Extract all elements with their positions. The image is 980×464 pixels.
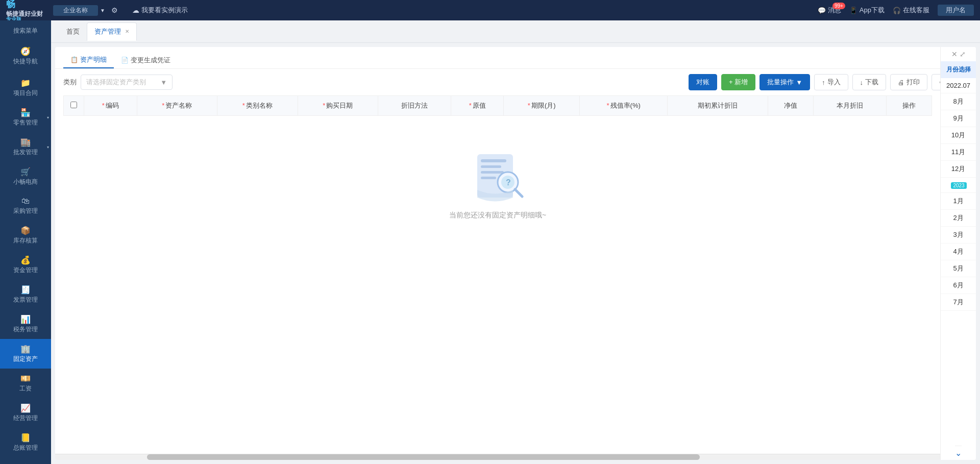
batch-button[interactable]: 批量操作 ▼ xyxy=(760,74,810,90)
app-download-button[interactable]: 📱 App下载 xyxy=(849,6,885,15)
sidebar-item-nav[interactable]: 🧭 快捷导航 xyxy=(0,41,51,71)
sidebar-nav: 📁 项目合同 🏪 零售管理 ▾ 🏬 批发管理 ▾ 🛒 小畅电商 🛍 采购管理 xyxy=(0,71,51,464)
subtab-change[interactable]: 📄 变更生成凭证 xyxy=(114,53,178,68)
assets-table: *编码 *资产名称 *类别名称 *购买日期 折旧方法 xyxy=(63,95,932,251)
panel-expand-icon[interactable]: ⤢ xyxy=(960,50,966,58)
tab-close-icon[interactable]: ✕ xyxy=(125,29,129,34)
panel-collapse-icon[interactable]: ✕ xyxy=(951,50,958,58)
category-filter[interactable]: 请选择固定资产类别 ▼ xyxy=(81,75,173,90)
print-icon: 🖨 xyxy=(898,79,904,86)
demo-link[interactable]: ☁ 我要看实例演示 xyxy=(132,6,188,15)
month-item-2023-05[interactable]: 5月 xyxy=(941,260,976,277)
table-header-code: *编码 xyxy=(84,96,137,116)
company-arrow-icon[interactable]: ▼ xyxy=(100,8,105,13)
toolbar-right: 对账 + 新增 批量操作 ▼ ↑ 导入 ↓ 下载 xyxy=(689,74,968,90)
month-item-2023-04[interactable]: 4月 xyxy=(941,243,976,260)
svg-rect-1 xyxy=(481,159,506,162)
sidebar-item-wholesale[interactable]: 🏬 批发管理 ▾ xyxy=(0,132,51,162)
month-item-2023-03[interactable]: 3月 xyxy=(941,227,976,243)
month-item-2022-07[interactable]: 2022.07 xyxy=(941,78,976,93)
table-header-period: *期限(月) xyxy=(504,96,580,116)
month-item-2023-07[interactable]: 7月 xyxy=(941,294,976,311)
sidebar-item-inventory[interactable]: 📦 库存核算 xyxy=(0,221,51,250)
month-year-badge-2023: 2023 xyxy=(941,178,976,193)
subtab-detail[interactable]: 📋 资产明细 xyxy=(63,52,114,68)
sidebar-item-purchase[interactable]: 🛍 采购管理 xyxy=(0,191,51,221)
import-button[interactable]: ↑ 导入 xyxy=(814,74,848,90)
month-item-2022-08[interactable]: 8月 xyxy=(941,93,976,110)
sidebar-item-basic[interactable]: ℹ 基础信息 xyxy=(0,457,51,464)
scroll-thumb[interactable] xyxy=(147,454,699,460)
sidebar-item-ledger[interactable]: 📒 总账管理 xyxy=(0,428,51,457)
sidebar-item-project[interactable]: 📁 项目合同 xyxy=(0,73,51,103)
finance-icon: 💰 xyxy=(20,255,31,265)
detail-icon: 📋 xyxy=(70,56,78,63)
month-item-2022-09[interactable]: 9月 xyxy=(941,110,976,127)
main-layout: 搜索菜单 🧭 快捷导航 📁 项目合同 🏪 零售管理 ▾ 🏬 批发管理 ▾ 🛒 xyxy=(0,20,980,464)
purchase-icon: 🛍 xyxy=(21,197,30,206)
reconcile-button[interactable]: 对账 xyxy=(689,74,717,90)
month-panel-scroll-down-icon[interactable]: ⌄ xyxy=(955,448,962,458)
sidebar-item-salary[interactable]: 💴 工资 xyxy=(0,369,51,398)
table-header-net-value: 净值 xyxy=(768,96,814,116)
wholesale-icon: 🏬 xyxy=(20,137,31,147)
svg-rect-4 xyxy=(481,177,496,179)
svg-rect-2 xyxy=(481,165,501,168)
month-list[interactable]: 2022.07 8月 9月 10月 11月 12月 2023 1月 2月 3月 … xyxy=(941,78,976,446)
bottom-scrollbar[interactable] xyxy=(55,454,976,460)
page-content: 📋 资产明细 📄 变更生成凭证 类别 请选择固定资产类别 ▼ xyxy=(55,47,976,460)
inventory-icon: 📦 xyxy=(20,226,31,235)
print-button[interactable]: 🖨 打印 xyxy=(890,74,927,90)
table-container: *编码 *资产名称 *类别名称 *购买日期 折旧方法 xyxy=(55,95,976,454)
message-badge: 99+ xyxy=(832,3,845,9)
sub-tab-bar: 📋 资产明细 📄 变更生成凭证 xyxy=(55,47,976,69)
sidebar-item-retail[interactable]: 🏪 零售管理 ▾ xyxy=(0,103,51,132)
sidebar-item-invoice[interactable]: 🧾 发票管理 xyxy=(0,280,51,309)
brand-title: 畅 畅捷通好业财 专业版 xyxy=(6,0,43,22)
month-item-2023-01[interactable]: 1月 xyxy=(941,193,976,210)
sidebar-item-ecommerce[interactable]: 🛒 小畅电商 xyxy=(0,162,51,191)
month-item-2023-06[interactable]: 6月 xyxy=(941,277,976,294)
tab-home[interactable]: 首页 xyxy=(59,22,87,41)
assets-icon: 🏢 xyxy=(20,344,31,354)
table-header-checkbox xyxy=(64,96,84,116)
operation-icon: 📈 xyxy=(20,403,31,413)
wholesale-arrow-icon: ▾ xyxy=(47,145,49,150)
table-header-operation: 操作 xyxy=(886,96,932,116)
sidebar-search-label[interactable]: 搜索菜单 xyxy=(4,25,47,37)
sidebar-search[interactable]: 搜索菜单 xyxy=(0,20,51,41)
svg-line-7 xyxy=(515,189,522,197)
year-badge: 2023 xyxy=(951,182,966,189)
retail-icon: 🏪 xyxy=(20,108,31,117)
top-bar: 畅 畅捷通好业财 专业版 企业名称 ▼ ⚙ ☁ 我要看实例演示 💬 消息 99+… xyxy=(0,0,980,20)
table-header-accumulated: 期初累计折旧 xyxy=(668,96,768,116)
month-item-2022-11[interactable]: 11月 xyxy=(941,144,976,161)
download-icon: ↓ xyxy=(860,79,864,86)
company-selector[interactable]: 企业名称 ▼ xyxy=(53,5,105,16)
ledger-icon: 📒 xyxy=(20,433,31,443)
tab-assets[interactable]: 资产管理 ✕ xyxy=(87,22,137,41)
project-icon: 📁 xyxy=(20,78,31,88)
content-area: 首页 资产管理 ✕ 📋 资产明细 📄 变更生成凭证 xyxy=(51,20,980,464)
download-button[interactable]: ↓ 下载 xyxy=(852,74,887,90)
sidebar: 搜索菜单 🧭 快捷导航 📁 项目合同 🏪 零售管理 ▾ 🏬 批发管理 ▾ 🛒 xyxy=(0,20,51,464)
month-item-2022-12[interactable]: 12月 xyxy=(941,161,976,178)
toolbar-left: 类别 请选择固定资产类别 ▼ xyxy=(63,75,173,90)
tab-bar: 首页 资产管理 ✕ xyxy=(51,20,980,43)
sidebar-item-finance[interactable]: 💰 资金管理 xyxy=(0,250,51,280)
online-service-button[interactable]: 🎧 在线客服 xyxy=(893,6,929,15)
add-button[interactable]: + 新增 xyxy=(721,74,755,90)
nav-icon: 🧭 xyxy=(20,46,31,56)
top-bar-left: 畅 畅捷通好业财 专业版 企业名称 ▼ ⚙ ☁ 我要看实例演示 xyxy=(6,0,818,22)
sidebar-item-assets[interactable]: 🏢 固定资产 xyxy=(0,339,51,369)
cloud-icon: ☁ xyxy=(132,6,139,14)
empty-illustration: ? xyxy=(467,146,528,203)
user-name[interactable]: 用户名 xyxy=(938,5,974,16)
message-button[interactable]: 💬 消息 99+ xyxy=(818,6,841,15)
settings-icon[interactable]: ⚙ xyxy=(111,6,118,14)
sidebar-item-operation[interactable]: 📈 经营管理 xyxy=(0,398,51,428)
month-item-2022-10[interactable]: 10月 xyxy=(941,127,976,144)
sidebar-item-tax[interactable]: 📊 税务管理 xyxy=(0,309,51,339)
select-all-checkbox[interactable] xyxy=(70,102,77,108)
month-item-2023-02[interactable]: 2月 xyxy=(941,210,976,227)
